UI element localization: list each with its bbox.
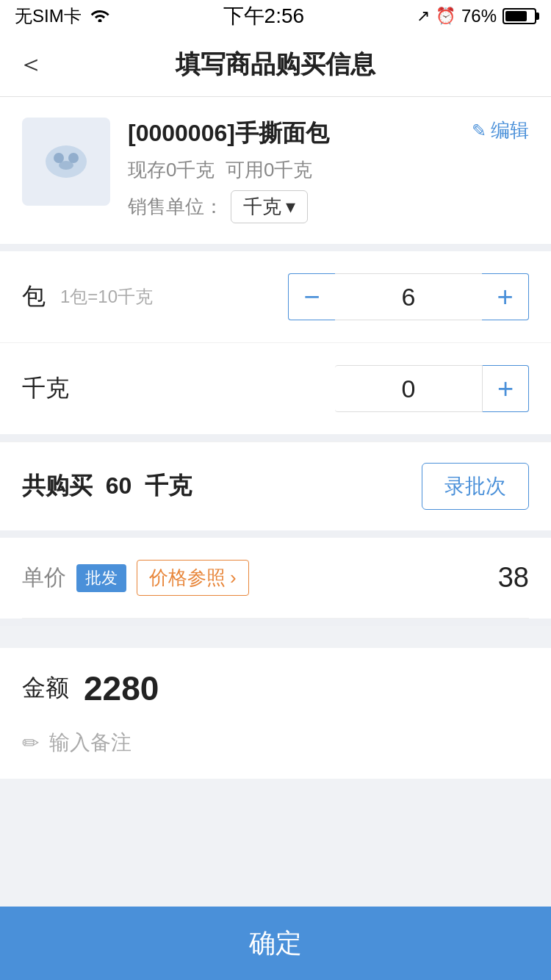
edit-button[interactable]: ✎ 编辑 (472, 118, 529, 143)
bottom-spacer (0, 793, 551, 867)
carrier-label: 无SIM卡 (15, 4, 82, 28)
kg-quantity-input[interactable] (335, 365, 482, 412)
record-batch-button[interactable]: 录批次 (422, 463, 529, 510)
price-tag-badge: 批发 (76, 564, 126, 592)
amount-section: 金额 2280 ✏ 输入备注 (0, 626, 551, 793)
amount-value: 2280 (84, 669, 159, 708)
price-label: 单价 (22, 563, 66, 593)
product-card: [0000006]手撕面包 现存0千克 可用0千克 销售单位： 千克 ▾ ✎ 编… (0, 97, 551, 251)
nav-bar: ＜ 填写商品购买信息 (0, 32, 551, 97)
status-bar: 无SIM卡 下午2:56 ↗ ⏰ 76% (0, 0, 551, 32)
quantity-pack-row: 包 1包=10千克 − + (0, 251, 551, 343)
location-icon: ↗ (417, 7, 430, 26)
kg-label: 千克 (22, 375, 69, 401)
pack-quantity-controls: − + (288, 273, 529, 320)
pack-plus-button[interactable]: + (482, 273, 529, 320)
svg-point-3 (59, 161, 73, 170)
pack-hint: 1包=10千克 (60, 285, 153, 309)
note-row[interactable]: ✏ 输入备注 (0, 729, 551, 779)
battery-percent: 76% (461, 6, 497, 26)
price-row: 单价 批发 价格参照 › 38 (22, 560, 529, 619)
product-stock: 现存0千克 可用0千克 (128, 157, 454, 183)
product-thumbnail (22, 118, 110, 206)
price-reference-button[interactable]: 价格参照 › (137, 560, 249, 596)
pack-label-group: 包 1包=10千克 (22, 281, 288, 313)
chevron-right-icon: › (230, 566, 237, 589)
kg-label-group: 千克 (22, 372, 335, 405)
quantity-kg-row: 千克 + (0, 343, 551, 434)
pack-minus-button[interactable]: − (288, 273, 335, 320)
note-icon: ✏ (22, 731, 39, 755)
product-name: [0000006]手撕面包 (128, 118, 454, 150)
note-placeholder: 输入备注 (49, 729, 132, 757)
quantity-section: 包 1包=10千克 − + 千克 + (0, 251, 551, 442)
pack-label: 包 (22, 281, 46, 313)
unit-select[interactable]: 千克 ▾ (231, 190, 308, 223)
product-unit-row: 销售单位： 千克 ▾ (128, 190, 454, 223)
amount-row: 金额 2280 (0, 648, 551, 729)
kg-plus-button[interactable]: + (482, 365, 529, 412)
wifi-icon (89, 6, 111, 26)
price-value: 38 (498, 562, 529, 594)
battery-icon (503, 8, 536, 24)
alarm-icon: ⏰ (436, 7, 455, 26)
amount-label: 金额 (22, 672, 69, 705)
edit-icon: ✎ (472, 120, 486, 141)
kg-quantity-controls: + (335, 365, 529, 412)
page-title: 填写商品购买信息 (176, 48, 375, 82)
summary-text: 共购买 60 千克 (22, 470, 192, 502)
pack-quantity-input[interactable] (335, 273, 482, 320)
price-section: 单价 批发 价格参照 › 38 (0, 538, 551, 626)
chevron-down-icon: ▾ (286, 195, 295, 218)
status-left: 无SIM卡 (15, 4, 111, 28)
confirm-button[interactable]: 确定 (0, 907, 551, 980)
product-info: [0000006]手撕面包 现存0千克 可用0千克 销售单位： 千克 ▾ (128, 118, 454, 223)
summary-row: 共购买 60 千克 录批次 (0, 442, 551, 538)
status-time: 下午2:56 (223, 2, 305, 30)
status-right: ↗ ⏰ 76% (417, 6, 536, 26)
back-button[interactable]: ＜ (18, 46, 44, 82)
